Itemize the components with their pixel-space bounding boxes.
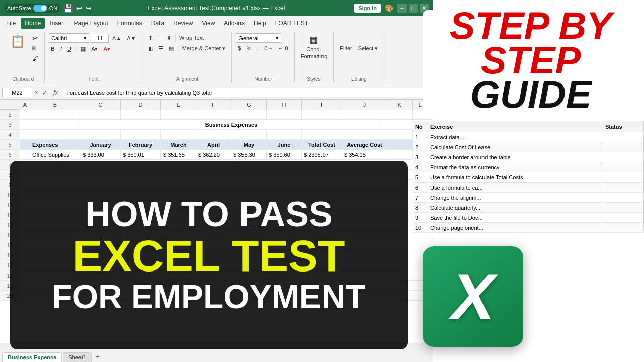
col-header-k[interactable]: K [387,100,413,110]
undo-icon[interactable]: ↩ [76,4,83,12]
cell-k5[interactable] [387,140,413,149]
ribbon-icon[interactable]: 🎨 [383,4,395,12]
col-header-j[interactable]: J [342,100,387,110]
align-top-button[interactable]: ⬆ [146,34,155,42]
cell-g4[interactable] [231,130,267,139]
cell-b5[interactable]: Expenses [30,140,80,149]
cell-f6[interactable]: $ 362.20 [196,150,231,159]
menu-load-test[interactable]: LOAD TEST [271,18,312,29]
cell-j5[interactable]: Average Cost [342,140,387,149]
col-header-i[interactable]: I [302,100,342,110]
cut-button[interactable]: ✂ [30,33,40,43]
add-sheet-button[interactable]: + [93,351,103,362]
cell-k4[interactable] [387,130,413,139]
redo-icon[interactable]: ↪ [86,4,92,12]
cell-reference[interactable]: M22 [2,88,32,97]
cell-c6[interactable]: $ 333.00 [80,150,121,159]
cell-i6[interactable]: $ 2395.07 [302,150,342,159]
cell-a6[interactable] [20,150,30,159]
format-painter-button[interactable]: 🖌 [30,54,40,63]
cell-c5[interactable]: January [80,140,121,149]
cell-j2[interactable] [342,110,387,119]
cell-j6[interactable]: $ 354.15 [342,150,387,159]
increase-font-button[interactable]: A▲ [110,34,123,42]
filter-button[interactable]: Filter [338,44,354,52]
menu-file[interactable]: File [2,18,20,29]
cell-a3[interactable] [20,120,30,129]
cell-b4[interactable] [30,130,80,139]
cond-formatting-button[interactable]: ▦ Cond. Formatting [299,33,330,63]
menu-data[interactable]: Data [147,18,168,29]
col-header-b[interactable]: B [30,100,80,110]
col-header-e[interactable]: E [161,100,196,110]
cell-d6[interactable]: $ 350.01 [121,150,161,159]
cell-a2[interactable] [20,110,30,119]
select-button[interactable]: Select ▾ [356,44,380,53]
cell-k2[interactable] [387,110,413,119]
copy-button[interactable]: ⎘ [30,44,40,53]
cell-c3-title[interactable]: Business Expenses [80,120,382,129]
formula-input[interactable]: Forecast Lease cost for third quarter by… [62,88,431,97]
align-left-button[interactable]: ◧ [146,44,155,53]
signin-button[interactable]: Sign in [354,4,381,13]
menu-home[interactable]: Home [21,18,45,29]
menu-view[interactable]: View [198,18,219,29]
font-color-button[interactable]: A▾ [101,45,112,53]
cell-h4[interactable] [267,130,302,139]
cell-e4[interactable] [161,130,196,139]
paste-button[interactable]: 📋 [6,33,29,49]
cell-g5[interactable]: May [231,140,267,149]
save-icon[interactable]: 💾 [63,4,73,13]
percent-button[interactable]: % [244,44,253,52]
cell-b2[interactable] [30,110,80,119]
border-button[interactable]: ▦ [78,45,88,53]
align-bottom-button[interactable]: ⬇ [165,34,173,42]
cell-i2[interactable] [302,110,342,119]
cell-e2[interactable] [161,110,196,119]
cell-k6[interactable] [387,150,413,159]
font-name-box[interactable]: Calibri ▾ [49,33,89,43]
wrap-text-button[interactable]: Wrap Text [177,34,206,42]
cell-e5[interactable]: March [161,140,196,149]
menu-formulas[interactable]: Formulas [113,18,146,29]
cell-f2[interactable] [196,110,231,119]
minimize-button[interactable]: − [397,4,407,13]
underline-button[interactable]: U [65,45,73,53]
col-header-d[interactable]: D [121,100,161,110]
bold-button[interactable]: B [49,45,57,53]
cell-a4[interactable] [20,130,30,139]
cell-e6[interactable]: $ 351.65 [161,150,196,159]
align-right-button[interactable]: ▤ [167,44,176,53]
merge-center-button[interactable]: Merge & Center ▾ [180,44,228,53]
cell-d5[interactable]: February [121,140,161,149]
col-header-f[interactable]: F [196,100,231,110]
cell-j4[interactable] [342,130,387,139]
cell-i4[interactable] [302,130,342,139]
cell-d4[interactable] [121,130,161,139]
cell-b3[interactable] [30,120,80,129]
cell-c2[interactable] [80,110,121,119]
decrease-decimal-button[interactable]: ←.0 [276,44,290,52]
maximize-button[interactable]: □ [409,4,418,13]
cell-c4[interactable] [80,130,121,139]
menu-addins[interactable]: Add-ins [220,18,249,29]
cell-f5[interactable]: April [196,140,231,149]
menu-help[interactable]: Help [250,18,270,29]
font-dropdown-icon[interactable]: ▾ [84,35,87,41]
cell-h6[interactable]: $ 350.60 [267,150,302,159]
col-header-h[interactable]: H [267,100,302,110]
number-format-box[interactable]: General ▾ [236,33,281,43]
fill-color-button[interactable]: A▾ [89,45,100,53]
cell-h5[interactable]: June [267,140,302,149]
increase-decimal-button[interactable]: .0→ [261,44,275,52]
autosave-toggle[interactable]: AutoSave ON [4,4,60,13]
sheet-tab-sheet1[interactable]: Sheet1 [63,352,92,362]
sheet-tab-business-expense[interactable]: Business Expense [2,352,62,362]
number-format-dropdown[interactable]: ▾ [276,35,279,41]
align-center-button[interactable]: ☰ [156,44,166,53]
cell-h2[interactable] [267,110,302,119]
cell-a5[interactable] [20,140,30,149]
col-header-c[interactable]: C [80,100,121,110]
cell-d2[interactable] [121,110,161,119]
cell-g6[interactable]: $ 355.30 [231,150,267,159]
